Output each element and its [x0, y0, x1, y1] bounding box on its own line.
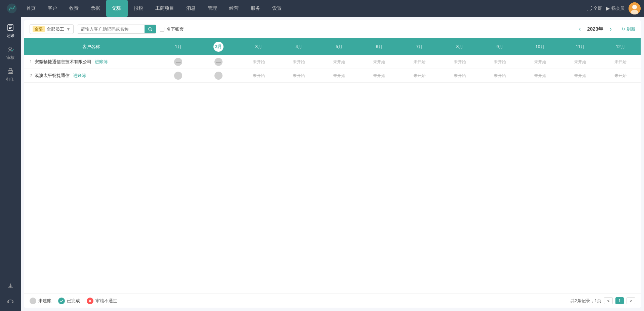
customer-cell: 1安徽畅捷通信息技术有限公司进账簿 [24, 55, 158, 69]
svg-point-2 [632, 5, 637, 9]
refresh-button[interactable]: ↻ 刷新 [621, 26, 635, 32]
search-input-wrap [77, 25, 156, 34]
table-body: 1安徽畅捷通信息技术有限公司进账簿未开始未开始未开始未开始未开始未开始未开始未开… [24, 55, 641, 83]
employee-tag: 全部 [33, 26, 45, 32]
sidebar-item-download[interactable] [5, 279, 15, 293]
status-circle-unbuilt [214, 58, 223, 66]
nav-operation[interactable]: 经营 [223, 0, 245, 17]
employee-label: 全部员工 [47, 26, 64, 32]
user-avatar[interactable] [629, 2, 641, 14]
month-cell: 未开始 [279, 55, 319, 69]
col-jul: 7月 [399, 38, 440, 55]
employee-select[interactable]: 全部 全部员工 ▼ [30, 24, 74, 34]
month-cell: 未开始 [399, 55, 440, 69]
legend-unbuilt: 未建账 [30, 298, 51, 304]
month-cell: 未开始 [520, 69, 560, 83]
legend-rejected-label: 审核不通过 [95, 298, 117, 304]
content-panel: 全部 全部员工 ▼ 名下账套 [24, 20, 641, 308]
legend-unbuilt-label: 未建账 [38, 298, 51, 304]
month-cell: 未开始 [399, 69, 440, 83]
not-started-label: 未开始 [494, 73, 506, 78]
month-cell: 未开始 [279, 69, 319, 83]
year-next-button[interactable]: › [607, 25, 615, 33]
dropdown-arrow-icon: ▼ [66, 27, 71, 32]
svg-rect-7 [9, 28, 11, 29]
table-wrap: 客户名称 1月 2月 3月 4月 5月 6月 7月 8月 9月 [24, 38, 641, 294]
nav-customer[interactable]: 客户 [42, 0, 63, 17]
my-accounts-checkbox[interactable] [160, 27, 164, 32]
svg-rect-6 [9, 27, 12, 28]
customer-cell: 2漠澳太平畅捷通信进账簿 [24, 69, 158, 83]
nav-fee[interactable]: 收费 [63, 0, 85, 17]
not-started-label: 未开始 [253, 73, 265, 78]
col-may: 5月 [319, 38, 359, 55]
col-aug: 8月 [440, 38, 480, 55]
svg-rect-14 [12, 301, 13, 303]
nav-invoice[interactable]: 票据 [85, 0, 106, 17]
row-index: 2 [30, 73, 32, 78]
sidebar-item-bookkeeping[interactable]: 记账 [0, 20, 21, 42]
customer-name: 安徽畅捷通信息技术有限公司 [35, 59, 91, 64]
sidebar-item-print[interactable]: 打印 [0, 64, 21, 86]
fullscreen-label: 全屏 [593, 5, 602, 11]
vip-button[interactable]: ▶ 畅会员 [606, 5, 625, 11]
not-started-label: 未开始 [574, 73, 586, 78]
status-circle-unbuilt [174, 58, 182, 66]
main-layout: 记账 审核 打印 [0, 17, 644, 311]
col-dec: 12月 [600, 38, 641, 55]
search-button[interactable] [145, 25, 156, 33]
not-started-label: 未开始 [293, 60, 305, 64]
nav-home[interactable]: 首页 [20, 0, 42, 17]
col-apr: 4月 [279, 38, 319, 55]
page-1-button[interactable]: 1 [615, 297, 624, 304]
table-row: 1安徽畅捷通信息技术有限公司进账簿未开始未开始未开始未开始未开始未开始未开始未开… [24, 55, 641, 69]
book-icon [5, 24, 15, 32]
sidebar-item-audit[interactable]: 审核 [0, 42, 21, 64]
not-started-label: 未开始 [574, 60, 586, 64]
legend-completed-label: 已完成 [67, 298, 80, 304]
col-jan: 1月 [158, 38, 199, 55]
enter-link[interactable]: 进账簿 [73, 73, 86, 78]
prev-page-button[interactable]: < [604, 297, 613, 304]
not-started-label: 未开始 [373, 73, 385, 78]
sidebar-item-headset[interactable] [5, 294, 15, 308]
legend: 未建账 已完成 [30, 298, 117, 304]
enter-link[interactable]: 进账簿 [95, 59, 108, 64]
headset-icon [5, 297, 15, 305]
not-started-label: 未开始 [413, 73, 426, 78]
toolbar: 全部 全部员工 ▼ 名下账套 [24, 20, 641, 38]
app-logo [3, 3, 20, 14]
table-header: 客户名称 1月 2月 3月 4月 5月 6月 7月 8月 9月 [24, 38, 641, 55]
svg-rect-5 [9, 26, 12, 26]
col-sep: 9月 [480, 38, 520, 55]
data-table: 客户名称 1月 2月 3月 4月 5月 6月 7月 8月 9月 [24, 38, 641, 83]
legend-completed: 已完成 [58, 298, 80, 304]
legend-dot-red [87, 298, 93, 304]
nav-message[interactable]: 消息 [180, 0, 202, 17]
col-mar: 3月 [239, 38, 279, 55]
col-feb: 2月 [198, 38, 239, 55]
svg-point-12 [12, 71, 12, 72]
nav-tax[interactable]: 报税 [128, 0, 149, 17]
month-cell: 未开始 [480, 55, 520, 69]
year-prev-button[interactable]: ‹ [576, 25, 584, 33]
month-cell: 未开始 [239, 55, 279, 69]
next-page-button[interactable]: > [627, 297, 635, 304]
table-footer: 未建账 已完成 [24, 294, 641, 308]
nav-service[interactable]: 服务 [245, 0, 266, 17]
search-input[interactable] [77, 25, 145, 33]
svg-rect-13 [8, 301, 9, 303]
nav-bookkeeping[interactable]: 记账 [106, 0, 128, 17]
month-cell: 未开始 [359, 55, 400, 69]
my-accounts-checkbox-wrap[interactable]: 名下账套 [160, 26, 184, 32]
nav-business[interactable]: 工商项目 [149, 0, 180, 17]
sidebar-print-label: 打印 [6, 77, 14, 82]
top-nav-right: ⛶ 全屏 ▶ 畅会员 [587, 2, 641, 14]
nav-settings[interactable]: 设置 [266, 0, 288, 17]
col-jun: 6月 [359, 38, 400, 55]
month-cell: 未开始 [560, 55, 601, 69]
nav-manage[interactable]: 管理 [202, 0, 223, 17]
fullscreen-button[interactable]: ⛶ 全屏 [587, 5, 602, 11]
col-oct: 10月 [520, 38, 560, 55]
year-navigation: ‹ 2023年 › [576, 25, 615, 33]
